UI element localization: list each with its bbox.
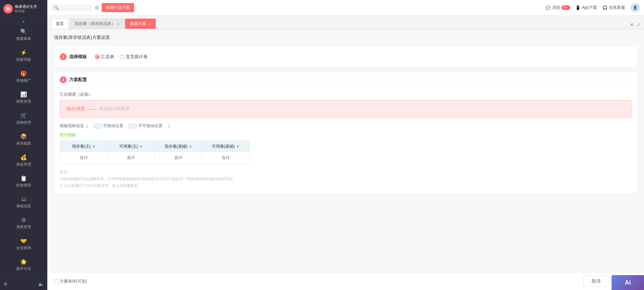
scroll-up-arrow[interactable]: ▲ (0, 18, 47, 24)
stats-col-header-label-2: 现存量(基辅) (165, 144, 188, 149)
topbar-search-box[interactable]: 🔍 (51, 4, 92, 11)
stats-table-header: 现存量(主) ▼ 可用量(主) ▼ 现存量(基辅) ▼ (60, 141, 249, 152)
radio-cross[interactable]: 交叉统计表 (120, 54, 148, 60)
sidebar-item-quick-nav[interactable]: ⚡ 快捷导航 (0, 45, 47, 66)
stats-col-header-0[interactable]: 现存量(主) ▼ (60, 141, 107, 152)
tabbar: 首页 现存量（库存状况表） × 新建方案 × ✕ ⤢ (47, 16, 644, 29)
app-download-label: App下载 (582, 5, 597, 10)
template-radio-group: 汇总表 交叉统计表 (90, 50, 153, 63)
sidebar-item-finance[interactable]: 💰 资金管理 (0, 150, 47, 171)
sidebar-logo: 畅 畅康通好生意 标准版 (0, 0, 47, 18)
sidebar-item-management[interactable]: 📋 经营管理 (0, 171, 47, 192)
app-download-btn[interactable]: 📱 App下载 (575, 5, 597, 10)
save-checkbox-text: 方案保存(可选) (60, 279, 87, 284)
sales-icon: 📊 (20, 91, 27, 98)
radio-cross-label: 交叉统计表 (126, 54, 148, 60)
message-badge: 99+ (562, 5, 570, 10)
sidebar-item-label-enterprise: 企业协同 (16, 245, 31, 250)
message-label: 消息 (552, 5, 560, 10)
sidebar-item-purchase[interactable]: 🛒 采购管理 (0, 108, 47, 129)
section-step2: 2 方案配置 汇总维度（必选） *纵向维度 —— 请选择分组维度 模板指标设定（ (54, 72, 637, 193)
stats-title: 统计指标 (60, 132, 631, 138)
sidebar-item-search-menu[interactable]: 🔍 搜索菜单 (0, 24, 47, 45)
tab-inventory[interactable]: 现存量（库存状况表） × (70, 19, 124, 29)
save-checkbox-label[interactable]: 方案保存(可选) (54, 279, 87, 284)
sidebar-item-label-inventory: 库存核算 (16, 141, 31, 146)
tab-inventory-close[interactable]: × (117, 22, 119, 26)
stats-col-body-0: 合计 (60, 152, 107, 163)
message-btn[interactable]: 💬 消息 99+ (546, 5, 570, 10)
step2-title: 方案配置 (69, 77, 87, 83)
indicator-legend-suffix: ） (168, 123, 172, 129)
search-icon: 🔍 (54, 5, 59, 10)
indicator-legend-title: 模板指标设定（ (60, 123, 88, 129)
sidebar-item-guide[interactable]: 🌟 新手引导 (0, 255, 47, 275)
stats-col-dropdown-3[interactable]: ▼ (236, 145, 240, 148)
legend-draggable-box (94, 124, 102, 128)
inventory-icon: 📦 (20, 133, 27, 140)
guide-icon: 🌟 (20, 259, 27, 265)
page-content: 现存量(库存状况表)方案设置 1 选择模板 汇总表 交叉统计表 (47, 29, 644, 272)
stats-col-dropdown-1[interactable]: ▼ (140, 145, 143, 148)
legend-non-draggable-label: 不可拖动位置 (138, 123, 163, 129)
stats-col-header-label-0: 现存量(主) (72, 144, 91, 149)
sidebar-item-sales[interactable]: 📊 销售管理 (0, 87, 47, 108)
app-logo-icon: 畅 (3, 4, 13, 14)
tab-new-plan-label: 新建方案 (130, 21, 146, 27)
headset-icon: 🎧 (602, 5, 608, 10)
save-checkbox-box[interactable] (54, 279, 58, 284)
sidebar-item-basic-info[interactable]: 🗂 基础信息 (0, 192, 47, 213)
dimension-placeholder: 请选择分组维度 (99, 106, 130, 112)
sidebar: 畅 畅康通好生意 标准版 ▲ 🔍 搜索菜单 ⚡ 快捷导航 🎁 营销推广 📊 销售… (0, 0, 47, 290)
sidebar-item-label-search-menu: 搜索菜单 (16, 36, 31, 41)
topbar: 🔍 ⚙ 体验行业方案 💬 消息 99+ 📱 App下载 🎧 在线客服 👤 (47, 0, 644, 16)
stats-col-dropdown-2[interactable]: ▼ (189, 145, 192, 148)
search-input[interactable] (60, 5, 88, 10)
dimension-field-label: 汇总维度（必选） (60, 92, 631, 97)
vertical-dimension-label: *纵向维度 (66, 106, 85, 112)
stats-col-header-2[interactable]: 现存量(基辅) ▼ (155, 141, 202, 152)
sidebar-item-marketing[interactable]: 🎁 营销推广 (0, 66, 47, 87)
sidebar-item-system[interactable]: ⚙ 系统管理 (0, 213, 47, 234)
dimension-area[interactable]: *纵向维度 —— 请选择分组维度 (60, 100, 631, 118)
radio-summary[interactable]: 汇总表 (95, 54, 114, 60)
legend-non-draggable: 不可拖动位置 (129, 123, 163, 129)
ai-fab-button[interactable]: Ai (612, 275, 644, 290)
tip-item-1: 2. 点击标题栏下拉可设置排序、插入列和删除列 (60, 183, 631, 189)
search-menu-icon: 🔍 (20, 28, 27, 35)
sidebar-item-inventory[interactable]: 📦 库存核算 (0, 129, 47, 150)
stats-col-sub-label-0: 合计 (80, 155, 88, 161)
sidebar-item-enterprise[interactable]: 🤝 企业协同 (0, 234, 47, 255)
stats-col-header-3[interactable]: 可用量(基辅) ▼ (202, 141, 249, 152)
section1-header: 1 选择模板 汇总表 交叉统计表 (54, 46, 637, 68)
section2-header: 2 方案配置 (54, 72, 637, 88)
sidebar-audio-btn[interactable]: 🔈 (38, 281, 44, 287)
dimension-dash: —— (88, 106, 96, 112)
avatar-icon: 👤 (633, 5, 638, 10)
industry-plan-button[interactable]: 体验行业方案 (102, 3, 134, 12)
step2-badge: 2 (60, 76, 67, 83)
tips-title: 提示： (60, 170, 71, 174)
section-step1: 1 选择模板 汇总表 交叉统计表 (54, 46, 637, 68)
tab-home[interactable]: 首页 (51, 19, 69, 29)
stats-col-dropdown-0[interactable]: ▼ (92, 145, 96, 148)
topbar-gear-icon[interactable]: ⚙ (95, 5, 99, 11)
dimension-row: *纵向维度 —— 请选择分组维度 (66, 106, 626, 112)
marketing-icon: 🎁 (20, 70, 27, 77)
tips-section: 提示： 1.拖动标题栏可以调整布局，不可跨维度或指标区域拖动栏目字段(只能在同一… (60, 169, 631, 189)
indicator-legend: 模板指标设定（ 可拖动位置 不可拖动位置 ） (60, 123, 631, 129)
stats-col-header-1[interactable]: 可用量(主) ▼ (107, 141, 155, 152)
user-avatar[interactable]: 👤 (630, 3, 640, 13)
online-service-btn[interactable]: 🎧 在线客服 (602, 5, 625, 10)
stats-col-sub-label-3: 合计 (222, 155, 230, 161)
window-expand-btn[interactable]: ⤢ (637, 22, 641, 27)
tab-new-plan-close[interactable]: × (148, 22, 150, 26)
cancel-button[interactable]: 取消 (583, 276, 609, 287)
stats-col-header-label-1: 可用量(主) (119, 144, 138, 149)
sidebar-settings-btn[interactable]: ⚙ (3, 281, 8, 287)
ai-fab-label: Ai (625, 279, 631, 286)
tab-new-plan[interactable]: 新建方案 × (125, 19, 155, 29)
radio-summary-label: 汇总表 (101, 54, 114, 60)
sidebar-scroll: ▲ 🔍 搜索菜单 ⚡ 快捷导航 🎁 营销推广 📊 销售管理 🛒 采购管理 📦 库… (0, 18, 47, 277)
window-close-btn[interactable]: ✕ (630, 22, 634, 27)
